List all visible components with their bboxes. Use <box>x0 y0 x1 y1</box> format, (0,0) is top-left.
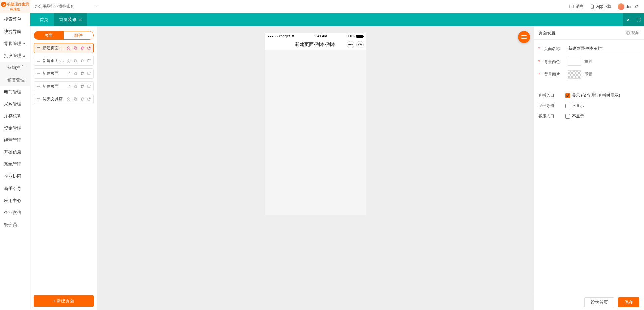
messages-link[interactable]: 消息 <box>569 4 584 9</box>
logo-text: 畅捷通好生意 <box>7 2 29 7</box>
logo[interactable]: b 畅捷通好生意 标准版 <box>0 0 30 13</box>
user-name: demo2 <box>626 4 638 9</box>
logo-mark-icon: b <box>1 2 6 7</box>
chevron-down-icon: ﹀ <box>95 4 99 9</box>
user-menu[interactable]: demo2 <box>618 3 638 10</box>
account-selector[interactable]: 办公用品行业模拟账套 ﹀ <box>34 4 99 9</box>
top-header: b 畅捷通好生意 标准版 办公用品行业模拟账套 ﹀ 消息 App下载 demo2 <box>0 0 644 13</box>
message-icon <box>569 4 574 9</box>
logo-subtitle: 标准版 <box>10 7 20 12</box>
phone-icon <box>590 4 595 9</box>
svg-rect-0 <box>570 5 574 8</box>
account-selector-label: 办公用品行业模拟账套 <box>34 4 74 9</box>
avatar-icon <box>618 3 624 10</box>
app-download-label: App下载 <box>596 4 611 9</box>
svg-point-2 <box>592 7 592 8</box>
messages-label: 消息 <box>576 4 584 9</box>
app-download-link[interactable]: App下载 <box>590 4 611 9</box>
header-right: 消息 App下载 demo2 <box>569 3 644 10</box>
